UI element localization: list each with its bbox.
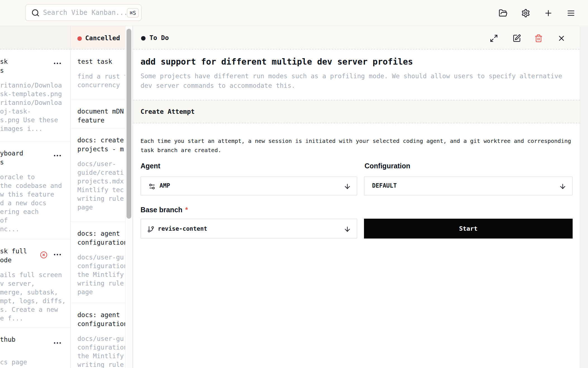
task-card-title: document mDN feature — [77, 107, 133, 125]
search-shortcut-badge: ⌘S — [127, 8, 139, 18]
column-header-cancelled: Cancelled — [71, 26, 133, 49]
plus-icon[interactable] — [544, 9, 553, 18]
task-card-title: docs: agent configuration — [77, 310, 133, 328]
base-branch-value: revise-content — [158, 225, 207, 232]
expand-icon[interactable] — [490, 34, 499, 43]
git-branch-icon — [147, 226, 154, 233]
task-card[interactable]: yboard s oracle to the codebase and w th… — [0, 141, 70, 239]
ellipsis-icon[interactable] — [54, 342, 61, 344]
ellipsis-icon[interactable] — [54, 254, 61, 255]
task-card-description: ails full screen v server, merge, subtas… — [0, 271, 70, 323]
gear-icon[interactable] — [521, 9, 530, 18]
create-attempt-section-header: Create Attempt — [133, 100, 580, 123]
chevron-down-icon — [559, 183, 566, 190]
task-description: Some projects have different run modes s… — [141, 71, 562, 90]
task-card[interactable]: document mDN feature — [71, 100, 133, 128]
column-header — [0, 26, 70, 49]
panel-scrollbar-track[interactable] — [580, 27, 588, 368]
required-asterisk: * — [185, 206, 188, 214]
task-card-description: cs page — [0, 358, 70, 367]
start-button[interactable]: Start — [364, 219, 573, 239]
task-card-description: docs/user-gu configuration the Mintlify … — [77, 253, 133, 296]
task-card-title: sk full ode — [0, 247, 70, 265]
task-card-title: docs: create projects - m — [77, 136, 133, 154]
sliders-icon — [148, 183, 156, 190]
folder-open-icon[interactable] — [499, 9, 508, 18]
trash-icon[interactable] — [534, 34, 543, 43]
configuration-label: Configuration — [365, 162, 410, 170]
search-input[interactable] — [43, 5, 127, 20]
agent-dropdown[interactable]: AMP — [141, 176, 357, 195]
task-card[interactable]: sk full ode ails full screen v server, m… — [0, 239, 70, 328]
task-card-description: docs/user-gu configuration the Mintlify … — [77, 334, 133, 368]
create-attempt-heading: Create Attempt — [141, 108, 195, 115]
search-icon — [31, 9, 40, 17]
create-attempt-info: Each time you start an attempt, a new se… — [141, 136, 571, 155]
task-card-title: sk s — [0, 57, 70, 75]
task-status-label: To Do — [149, 34, 169, 41]
configuration-dropdown[interactable]: DEFAULT — [364, 176, 573, 195]
task-card-title: docs: agent configuration — [77, 229, 133, 247]
task-card[interactable]: thub cs page — [0, 328, 70, 368]
base-branch-label: Base branch* — [141, 206, 188, 214]
task-card-description: ritannio/Downloa sk-templates.png ritann… — [0, 81, 70, 133]
task-card[interactable]: sk s ritannio/Downloa sk-templates.png r… — [0, 50, 70, 141]
chevron-down-icon — [344, 183, 351, 190]
circle-x-icon — [40, 251, 47, 259]
agent-value: AMP — [160, 182, 170, 189]
task-card[interactable]: test task find a rust f concurrency — [71, 50, 133, 100]
ellipsis-icon[interactable] — [54, 63, 61, 64]
kanban-board: sk s ritannio/Downloa sk-templates.png r… — [0, 26, 133, 368]
board-scrollbar-thumb[interactable] — [127, 29, 131, 219]
task-card-description: oracle to the codebase and w this featur… — [0, 173, 70, 233]
task-card[interactable]: docs: create projects - m docs/user- gui… — [71, 128, 133, 222]
configuration-value: DEFAULT — [372, 182, 397, 189]
task-panel-header: To Do — [133, 26, 588, 49]
column-title: Cancelled — [85, 34, 120, 42]
close-icon[interactable] — [557, 34, 566, 43]
board-scrollbar-track[interactable] — [125, 26, 133, 368]
base-branch-dropdown[interactable]: revise-content — [141, 219, 357, 239]
task-card-title: test task — [77, 57, 133, 66]
task-card[interactable]: docs: agent configuration docs/user-gu c… — [71, 222, 133, 303]
cancelled-status-dot — [77, 36, 82, 41]
task-title: add support for different multiple dev s… — [141, 57, 413, 67]
top-bar: ⌘S — [0, 0, 588, 26]
task-card-title: yboard s — [0, 149, 70, 167]
task-card[interactable]: docs: agent configuration docs/user-gu c… — [71, 303, 133, 368]
kanban-column-cancelled: Cancelled test task find a rust f concur… — [71, 26, 133, 368]
search-box[interactable]: ⌘S — [25, 4, 142, 21]
todo-status-dot — [141, 36, 146, 41]
chevron-down-icon — [344, 225, 351, 233]
hamburger-menu-icon[interactable] — [566, 9, 575, 18]
edit-icon[interactable] — [513, 34, 522, 43]
task-card-description: find a rust f concurrency — [77, 72, 133, 89]
ellipsis-icon[interactable] — [54, 155, 61, 156]
task-card-description: docs/user- guide/creati projects.mdx Min… — [77, 160, 133, 212]
kanban-column-left: sk s ritannio/Downloa sk-templates.png r… — [0, 26, 71, 368]
agent-label: Agent — [141, 162, 160, 170]
task-detail-panel: To Do add support for different multiple… — [133, 26, 588, 368]
